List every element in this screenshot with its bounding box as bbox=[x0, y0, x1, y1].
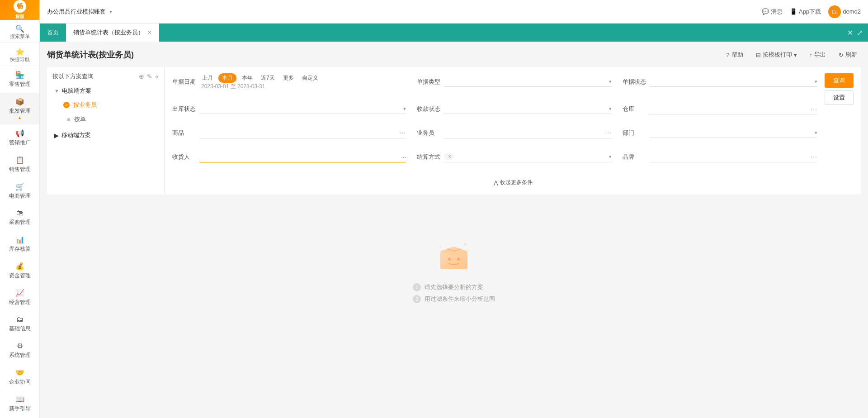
consignee-input[interactable] bbox=[199, 153, 398, 160]
mobile-scheme-header[interactable]: ▶ 移动端方案 bbox=[51, 128, 160, 142]
add-scheme-button[interactable]: ⊕ bbox=[139, 73, 144, 80]
settlement-tag-close[interactable]: × bbox=[448, 153, 451, 160]
dept-select[interactable]: ▾ bbox=[650, 128, 817, 138]
doc-type-field: 单据类型 ▾ bbox=[417, 77, 612, 87]
warehouse-dots: ··· bbox=[811, 105, 817, 112]
date-label: 单据日期 bbox=[172, 78, 199, 86]
print-button[interactable]: ⊟ 按模板打印 ▾ bbox=[752, 49, 801, 61]
dot-icon: ✓ bbox=[65, 103, 68, 108]
logo-char: 畅 bbox=[17, 2, 23, 10]
sidebar-item-marketing[interactable]: 📢 营销推广 bbox=[0, 124, 39, 151]
sidebar: 畅 标版 🔍 搜索菜单 ⭐ 快捷导航 🏪 零售管理 📦 批发管理 ▲ 📢 营销推… bbox=[0, 0, 40, 418]
empty-tip-2: 2 用过滤条件来缩小分析范围 bbox=[413, 295, 495, 303]
sidebar-item-basic[interactable]: 🗂 基础信息 bbox=[0, 311, 39, 337]
sidebar-search-item[interactable]: 🔍 搜索菜单 bbox=[0, 20, 39, 43]
sidebar-item-inventory[interactable]: 📊 库存核算 bbox=[0, 231, 39, 257]
filter-right: 单据日期 上月 本月 本年 近7天 更多 自定义 bbox=[165, 67, 861, 195]
user-menu[interactable]: Ea demo2 bbox=[828, 5, 861, 18]
out-status-select[interactable]: ▾ bbox=[199, 104, 406, 114]
goods-select[interactable]: ··· bbox=[199, 127, 406, 138]
retail-label: 零售管理 bbox=[9, 81, 31, 88]
scheme-item-by-order[interactable]: ≡ 按单 bbox=[51, 112, 160, 127]
sidebar-item-cooperation[interactable]: 🤝 企业协同 bbox=[0, 364, 39, 390]
date-tab-this-year[interactable]: 本年 bbox=[239, 73, 255, 83]
tab-close-all-icon[interactable]: ✕ bbox=[847, 28, 853, 37]
finance-label: 资金管理 bbox=[9, 272, 31, 280]
active-scheme-dot: ✓ bbox=[63, 102, 70, 108]
doc-type-select[interactable]: ▾ bbox=[444, 77, 612, 87]
settings-button[interactable]: 设置 bbox=[825, 90, 854, 105]
scheme-by-salesperson-label: 按业务员 bbox=[73, 101, 97, 109]
marketing-label: 营销推广 bbox=[9, 139, 31, 147]
sidebar-item-finance[interactable]: 💰 资金管理 bbox=[0, 257, 39, 284]
query-button[interactable]: 查询 bbox=[825, 73, 854, 88]
sidebar-item-system[interactable]: ⚙ 系统管理 bbox=[0, 337, 39, 364]
print-label: 按模板打印 bbox=[763, 51, 792, 59]
topbar-title: 办公用品行业模拟账套 bbox=[47, 8, 106, 16]
doc-status-select[interactable]: ▾ bbox=[650, 77, 817, 87]
date-tab-this-month[interactable]: 本月 bbox=[218, 73, 236, 83]
desktop-scheme-header[interactable]: ▼ 电脑端方案 bbox=[51, 84, 160, 98]
print-dropdown-icon: ▾ bbox=[794, 52, 797, 58]
svg-point-6 bbox=[464, 243, 466, 245]
mobile-arrow-icon: ▶ bbox=[54, 132, 59, 139]
date-tab-custom[interactable]: 自定义 bbox=[299, 73, 321, 83]
settlement-select[interactable]: × ▾ bbox=[444, 151, 612, 162]
empty-svg bbox=[431, 231, 476, 276]
refresh-button[interactable]: ↻ 刷新 bbox=[835, 49, 861, 61]
out-status-arrow: ▾ bbox=[403, 106, 406, 112]
doc-status-label: 单据状态 bbox=[623, 78, 650, 86]
collapse-button[interactable]: ⋀ 收起更多条件 bbox=[494, 179, 533, 186]
svg-point-8 bbox=[440, 246, 441, 247]
date-tab-last-month[interactable]: 上月 bbox=[199, 73, 216, 83]
tab-expand-icon[interactable]: ⤢ bbox=[857, 28, 863, 37]
warehouse-label: 仓库 bbox=[623, 105, 650, 113]
receipt-status-select[interactable]: ▾ bbox=[444, 104, 612, 114]
export-icon: ↑ bbox=[810, 52, 813, 58]
date-tab-more[interactable]: 更多 bbox=[280, 73, 297, 83]
date-range-display: 2023-03-01 至 2023-03-31 bbox=[201, 83, 406, 90]
out-status-label: 出库状态 bbox=[172, 105, 199, 113]
app-download-button[interactable]: 📱 App下载 bbox=[790, 8, 821, 16]
sidebar-item-sales[interactable]: 📋 销售管理 bbox=[0, 151, 39, 178]
filter-left: 按以下方案查询 ⊕ ✎ « ▼ 电脑端方案 bbox=[47, 67, 165, 195]
topbar-dropdown-icon[interactable]: ▾ bbox=[109, 9, 112, 15]
brand-select[interactable]: ··· bbox=[650, 151, 817, 162]
help-button[interactable]: ? 帮助 bbox=[722, 49, 746, 61]
sidebar-item-operations[interactable]: 📈 经营管理 bbox=[0, 284, 39, 311]
empty-state: 1 请先选择要分析的方案 2 用过滤条件来缩小分析范围 bbox=[47, 195, 861, 330]
scheme-item-by-salesperson[interactable]: ✓ 按业务员 bbox=[51, 98, 160, 112]
basic-label: 基础信息 bbox=[9, 325, 31, 332]
receipt-status-label: 收款状态 bbox=[417, 105, 444, 113]
username: demo2 bbox=[843, 8, 861, 15]
warehouse-select[interactable]: ··· bbox=[650, 103, 817, 114]
wholesale-label: 批发管理 bbox=[9, 107, 31, 115]
doc-status-field: 单据状态 ▾ bbox=[623, 77, 817, 87]
sidebar-item-wholesale[interactable]: 📦 批发管理 ▲ bbox=[0, 93, 39, 124]
ecommerce-label: 电商管理 bbox=[9, 192, 31, 200]
filter-left-actions: ⊕ ✎ « bbox=[139, 73, 159, 80]
inventory-icon: 📊 bbox=[15, 235, 24, 244]
logo-icon: 畅 bbox=[14, 0, 26, 13]
sidebar-item-retail[interactable]: 🏪 零售管理 bbox=[0, 66, 39, 93]
sidebar-shortcut-item[interactable]: ⭐ 快捷导航 bbox=[0, 43, 39, 66]
salesperson-select[interactable]: ··· bbox=[444, 127, 612, 138]
export-button[interactable]: ↑ 导出 bbox=[806, 49, 830, 61]
filter-row-2: 出库状态 ▾ 收款状态 bbox=[172, 103, 817, 114]
sidebar-item-purchase[interactable]: 🛍 采购管理 bbox=[0, 204, 39, 231]
cooperation-label: 企业协同 bbox=[9, 378, 31, 386]
page-actions: ? 帮助 ⊟ 按模板打印 ▾ ↑ 导出 ↻ 刷新 bbox=[722, 49, 861, 61]
wholesale-icon: 📦 bbox=[15, 97, 24, 106]
sidebar-item-ecommerce[interactable]: 🛒 电商管理 bbox=[0, 178, 39, 204]
filter-panel: 按以下方案查询 ⊕ ✎ « ▼ 电脑端方案 bbox=[47, 67, 861, 195]
tab-home[interactable]: 首页 bbox=[40, 24, 66, 42]
tab-sales-stat[interactable]: 销货单统计表（按业务员） ✕ bbox=[66, 24, 159, 42]
edit-scheme-button[interactable]: ✎ bbox=[147, 73, 152, 80]
collapse-scheme-button[interactable]: « bbox=[155, 73, 159, 80]
collapse-up-icon: ⋀ bbox=[494, 180, 498, 186]
tab-sales-stat-close[interactable]: ✕ bbox=[147, 29, 152, 36]
message-button[interactable]: 💬 消息 bbox=[762, 8, 783, 16]
sidebar-item-newbie[interactable]: 📖 新手引导 bbox=[0, 390, 39, 417]
topbar-left: 办公用品行业模拟账套 ▾ bbox=[47, 8, 112, 16]
date-tab-7days[interactable]: 近7天 bbox=[258, 73, 278, 83]
